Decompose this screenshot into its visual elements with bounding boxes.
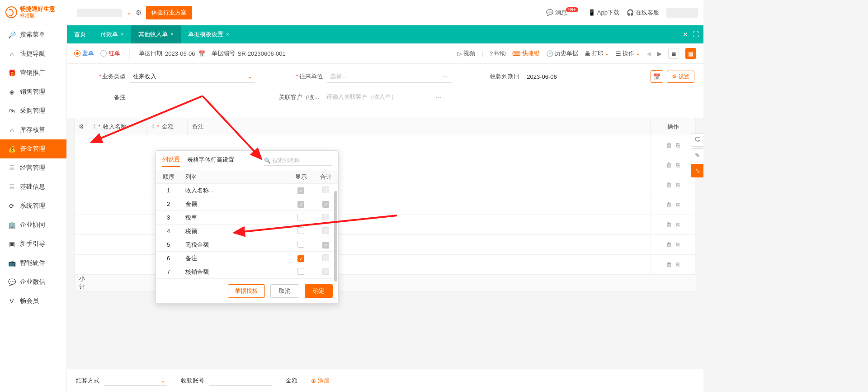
col-remark-header[interactable]: 备注 — [188, 118, 651, 135]
col-amount-header[interactable]: ▲▼ *金额 — [147, 118, 188, 135]
related-customer-input[interactable]: 请输入关联客户（收入单） ··· — [324, 91, 445, 103]
sidebar-item-8[interactable]: ☰基础信息 — [0, 177, 66, 196]
close-icon[interactable]: × — [226, 31, 229, 38]
sidebar-item-3[interactable]: ◈销售管理 — [0, 82, 66, 101]
sidebar-item-label: 快捷导航 — [20, 50, 45, 58]
sidebar-item-4[interactable]: 🛍采购管理 — [0, 101, 66, 120]
copy-row-icon[interactable]: ⎘ — [676, 162, 680, 168]
operate-action[interactable]: ☰操作⌄ — [616, 49, 640, 57]
user-avatar-placeholder[interactable] — [666, 8, 698, 18]
copy-row-icon[interactable]: ⎘ — [676, 241, 680, 248]
sidebar-item-12[interactable]: 📺智能硬件 — [0, 253, 66, 272]
show-checkbox[interactable] — [297, 268, 304, 275]
sidebar-item-10[interactable]: 🏢企业协同 — [0, 215, 66, 234]
partner-select[interactable]: 选择... ··· — [327, 71, 452, 83]
show-checkbox[interactable]: ✓ — [297, 187, 304, 194]
shortcut-action[interactable]: ⌨快捷键 — [512, 49, 540, 57]
delete-row-icon[interactable]: 🗑 — [666, 241, 672, 248]
close-tab-icon[interactable]: ✕ — [683, 31, 688, 38]
layout-mode-1-button[interactable]: ≣ — [668, 48, 679, 59]
grid-settings-gear-icon[interactable]: ⚙ — [75, 118, 88, 135]
show-checkbox[interactable] — [297, 227, 304, 234]
copy-row-icon[interactable]: ⎘ — [676, 221, 680, 228]
sidebar-item-7[interactable]: ☰经营管理 — [0, 158, 66, 177]
sidebar: 🔎搜索菜单⌂快捷导航🎁营销推广◈销售管理🛍采购管理⌂库存核算💰资金管理☰经营管理… — [0, 25, 67, 392]
delete-row-icon[interactable]: 🗑 — [666, 261, 672, 268]
sidebar-item-5[interactable]: ⌂库存核算 — [0, 120, 66, 139]
sum-checkbox[interactable] — [322, 268, 329, 275]
sum-checkbox[interactable] — [322, 186, 329, 193]
delete-row-icon[interactable]: 🗑 — [666, 201, 672, 208]
blue-bill-radio[interactable]: 蓝单 — [74, 49, 94, 57]
close-icon[interactable]: × — [121, 31, 124, 38]
history-action[interactable]: 🕒历史单据 — [546, 49, 578, 57]
org-settings-gear-icon[interactable]: ⚙ — [136, 9, 142, 17]
online-service-link[interactable]: 🎧 在线客服 — [627, 9, 659, 17]
add-settlement-button[interactable]: ⊕ 添加 — [311, 377, 330, 385]
messages-link[interactable]: 💬 消息 99+ — [546, 9, 581, 17]
show-checkbox[interactable] — [297, 214, 304, 220]
copy-row-icon[interactable]: ⎘ — [676, 261, 680, 268]
biz-type-select[interactable]: 往来收入 ⌄ — [130, 71, 255, 83]
form-settings-button[interactable]: ⚙ 设置 — [667, 71, 694, 83]
delete-row-icon[interactable]: 🗑 — [666, 142, 672, 148]
prev-page-icon[interactable]: ◀ — [646, 50, 651, 57]
next-page-icon[interactable]: ▶ — [657, 50, 662, 57]
sum-checkbox[interactable]: ✓ — [322, 201, 329, 208]
col-income-header[interactable]: ▲▼ *收入名称 — [88, 118, 147, 135]
fullscreen-icon[interactable]: ⛶ — [693, 31, 699, 38]
sum-checkbox[interactable] — [322, 227, 329, 234]
sidebar-item-13[interactable]: 💬企业微信 — [0, 272, 66, 292]
sum-checkbox[interactable]: ✓ — [322, 242, 329, 249]
show-checkbox[interactable]: ✓ — [297, 201, 304, 208]
close-icon[interactable]: × — [170, 31, 174, 38]
show-checkbox[interactable]: ✓ — [297, 255, 304, 262]
app-download-link[interactable]: 📱 App下载 — [588, 9, 619, 17]
delete-row-icon[interactable]: 🗑 — [666, 221, 672, 228]
delete-row-icon[interactable]: 🗑 — [666, 162, 672, 168]
print-action[interactable]: 🖶打印⌄ — [585, 49, 609, 57]
video-action[interactable]: ▷视频 — [458, 49, 475, 57]
calendar-icon[interactable]: 📅 — [198, 50, 205, 57]
tab-3[interactable]: 单据模板设置× — [181, 25, 236, 43]
float-edit-icon[interactable]: ✎ — [691, 148, 703, 162]
layout-mode-2-button[interactable]: ▤ — [685, 48, 696, 59]
sum-checkbox[interactable] — [322, 214, 329, 220]
account-select[interactable]: ··· — [209, 376, 272, 386]
sidebar-item-14[interactable]: V畅会员 — [0, 292, 66, 311]
try-industry-button[interactable]: 体验行业方案 — [146, 6, 192, 19]
tab-2[interactable]: 其他收入单× — [131, 25, 181, 43]
float-expand-icon[interactable]: ⤡ — [691, 164, 703, 177]
popover-tab-columns[interactable]: 列设置 — [162, 155, 180, 167]
sidebar-item-6[interactable]: 💰资金管理 — [0, 139, 66, 158]
remark-input[interactable] — [130, 91, 251, 103]
tab-1[interactable]: 付款单× — [93, 25, 131, 43]
show-checkbox[interactable] — [297, 241, 304, 248]
org-dropdown-caret-icon[interactable]: ⌄ — [127, 10, 131, 16]
copy-row-icon[interactable]: ⎘ — [676, 142, 680, 148]
copy-row-icon[interactable]: ⎘ — [676, 201, 680, 208]
sidebar-item-0[interactable]: 🔎搜索菜单 — [0, 25, 66, 44]
calendar-button[interactable]: 📅 — [651, 70, 663, 83]
popover-search-input[interactable]: 🔍 搜索列名称 — [264, 157, 332, 166]
confirm-button[interactable]: 确定 — [305, 284, 333, 298]
help-action[interactable]: ?帮助 — [490, 49, 506, 57]
popover-scrollbar[interactable] — [334, 191, 337, 282]
settlement-select[interactable]: ⌄ — [104, 376, 167, 386]
sidebar-item-2[interactable]: 🎁营销推广 — [0, 63, 66, 82]
bill-template-button[interactable]: 单据模板 — [228, 284, 265, 298]
sidebar-item-9[interactable]: ⟳系统管理 — [0, 196, 66, 215]
sidebar-item-1[interactable]: ⌂快捷导航 — [0, 44, 66, 63]
sum-checkbox[interactable] — [322, 254, 329, 261]
delete-row-icon[interactable]: 🗑 — [666, 182, 672, 188]
popover-tab-font[interactable]: 表格字体行高设置 — [187, 156, 234, 167]
sidebar-item-11[interactable]: ▣新手引导 — [0, 234, 66, 253]
copy-row-icon[interactable]: ⎘ — [676, 182, 680, 188]
cancel-button[interactable]: 取消 — [270, 284, 299, 298]
popover-column-row: 6 备注 ✓ — [156, 252, 338, 265]
float-note-icon[interactable]: 🗨 — [691, 133, 703, 147]
wechat-icon: 💬 — [8, 278, 15, 286]
tab-0[interactable]: 首页 — [67, 25, 93, 43]
gift-icon: 🎁 — [8, 69, 15, 76]
red-bill-radio[interactable]: 红单 — [100, 49, 120, 57]
